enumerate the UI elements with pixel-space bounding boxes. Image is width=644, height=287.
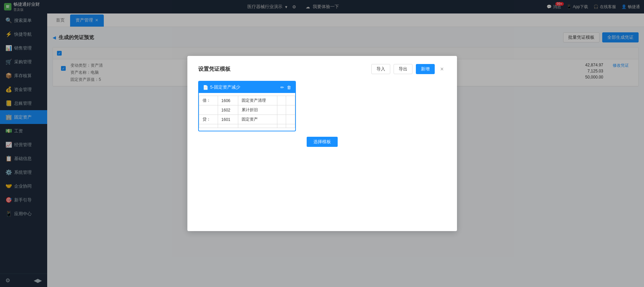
entry-debit: [277, 96, 286, 105]
template-card-header: 📄 5-固定资产减少 ✏ 🗑: [199, 82, 295, 93]
import-button[interactable]: 导入: [371, 64, 390, 74]
entry-debit: [277, 105, 286, 115]
template-delete-icon[interactable]: 🗑: [287, 85, 291, 90]
dialog-content: 📄 5-固定资产减少 ✏ 🗑 借： 1606 固定资产清理: [198, 81, 446, 147]
entry-credit: [286, 96, 295, 105]
select-template-button[interactable]: 选择模板: [307, 137, 338, 147]
template-edit-icon[interactable]: ✏: [280, 85, 284, 90]
dialog-actions: 导入 导出 新增: [371, 64, 435, 74]
template-card-title: 📄 5-固定资产减少: [203, 84, 241, 90]
table-row: 1602 累计折旧: [199, 105, 295, 115]
entry-account: 累计折旧: [238, 105, 277, 115]
entry-type: 借：: [199, 96, 218, 105]
export-button[interactable]: 导出: [394, 64, 412, 74]
entry-code: 1606: [218, 96, 238, 105]
table-row: 贷： 1601 固定资产: [199, 115, 295, 124]
template-name: 5-固定资产减少: [210, 84, 241, 90]
table-row: 借： 1606 固定资产清理: [199, 96, 295, 105]
new-button[interactable]: 新增: [416, 64, 435, 74]
entry-credit: [286, 105, 295, 115]
dialog-header: 设置凭证模板 导入 导出 新增 ×: [198, 64, 446, 74]
dialog-title: 设置凭证模板: [198, 66, 231, 73]
template-card: 📄 5-固定资产减少 ✏ 🗑 借： 1606 固定资产清理: [198, 81, 296, 131]
template-card-body: 借： 1606 固定资产清理 1602 累计折旧 贷：: [199, 93, 295, 131]
template-card-actions: ✏ 🗑: [280, 85, 291, 90]
entry-account: 固定资产清理: [238, 96, 277, 105]
entry-type: [199, 105, 218, 115]
entry-type: 贷：: [199, 115, 218, 124]
entry-code: 1601: [218, 115, 238, 124]
dialog: 设置凭证模板 导入 导出 新增 × 📄 5-固定资产减少 ✏ 🗑: [187, 56, 457, 231]
entry-debit: [277, 115, 286, 124]
entry-code: 1602: [218, 105, 238, 115]
table-row-empty: [199, 124, 295, 128]
dialog-close-button[interactable]: ×: [438, 65, 446, 73]
template-doc-icon: 📄: [203, 85, 208, 90]
entry-account: 固定资产: [238, 115, 277, 124]
entry-credit: [286, 115, 295, 124]
template-entries-table: 借： 1606 固定资产清理 1602 累计折旧 贷：: [199, 96, 295, 128]
